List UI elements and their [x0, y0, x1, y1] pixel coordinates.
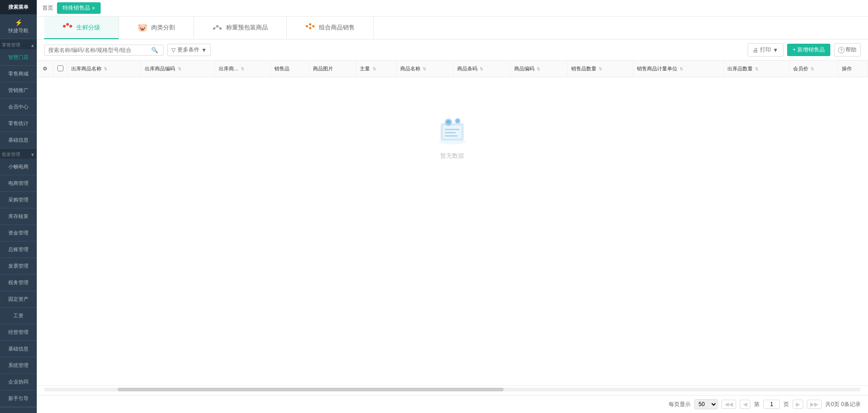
sidebar-item-new-guide[interactable]: 新手引导	[0, 390, 37, 407]
page-number-input[interactable]	[763, 400, 780, 409]
next-page-button[interactable]: ▶	[793, 400, 803, 409]
home-link[interactable]: 首页	[42, 4, 53, 12]
svg-rect-19	[445, 129, 460, 130]
filter-arrow-icon: ▼	[201, 47, 207, 53]
toolbar-left: 🔍 ▽ 更多条件 ▼	[44, 44, 211, 56]
hscroll-thumb[interactable]	[118, 388, 504, 391]
th-outbound-qty: 出库品数量 ⇅	[724, 61, 789, 77]
tab-fresh-grading[interactable]: 生鲜分级	[44, 17, 119, 39]
per-page-select[interactable]: 50 10 20 100	[694, 399, 718, 409]
invoice-label: 发票管理	[8, 263, 28, 270]
sidebar-item-ecom-mgmt[interactable]: 电商管理	[0, 175, 37, 192]
active-tab[interactable]: 特殊销售品 ×	[57, 2, 101, 14]
print-dropdown-icon: ▼	[773, 47, 778, 53]
help-button[interactable]: ? 帮助	[834, 43, 861, 57]
sidebar-item-basic-info[interactable]: 基础信息	[0, 132, 37, 149]
tab-fresh-grading-label: 生鲜分级	[76, 23, 100, 32]
sidebar-item-member[interactable]: 会员中心	[0, 99, 37, 115]
retail-section-label: 零售管理	[2, 42, 20, 48]
ledger-label: 总账管理	[8, 246, 28, 253]
hscroll-track[interactable]	[44, 388, 861, 391]
wages-label: 工资	[13, 312, 23, 319]
close-tab-icon[interactable]: ×	[92, 5, 95, 11]
first-page-button[interactable]: ◀◀	[721, 400, 736, 409]
sort-product-name[interactable]: ⇅	[423, 67, 426, 71]
sidebar-item-enterprise[interactable]: 企业协同	[0, 374, 37, 390]
sidebar-item-basic-info2[interactable]: 基础信息	[0, 341, 37, 357]
sidebar-item-quick-nav[interactable]: ⚡ 快捷导航	[0, 14, 37, 39]
settings-icon[interactable]: ⚙	[43, 66, 47, 71]
sidebar-section-batch[interactable]: 批发管理 ▼	[0, 149, 37, 159]
help-icon: ?	[838, 47, 845, 53]
th-checkbox[interactable]	[53, 61, 67, 77]
sort-sale-qty[interactable]: ⇅	[599, 67, 602, 71]
sidebar-section-retail[interactable]: 零售管理 ▲	[0, 39, 37, 49]
sidebar-item-ledger[interactable]: 总账管理	[0, 241, 37, 258]
th-outbound-spec: 出库商... ⇅	[215, 61, 271, 77]
svg-line-7	[217, 26, 221, 29]
svg-rect-21	[445, 135, 458, 137]
sidebar-item-fixed-assets[interactable]: 固定资产	[0, 291, 37, 308]
fixed-assets-label: 固定资产	[8, 296, 28, 303]
sort-member-price[interactable]: ⇅	[811, 67, 814, 71]
th-settings[interactable]: ⚙	[37, 61, 53, 77]
fresh-grading-icon	[62, 22, 73, 33]
page-label: 第	[754, 401, 760, 408]
empty-state-row: 暂无数据	[37, 77, 868, 197]
th-member-price: 会员价 ⇅	[789, 61, 838, 77]
tab-meat-cutting[interactable]: 🐷 肉类分割	[119, 17, 194, 39]
sidebar-item-mini-ecom[interactable]: 小畅电商	[0, 159, 37, 175]
sidebar-item-smart-store[interactable]: 智慧门店	[0, 49, 37, 66]
filter-icon: ▽	[171, 47, 176, 53]
search-input[interactable]	[48, 47, 149, 53]
empty-illustration	[434, 114, 471, 146]
sidebar-item-retail-stats[interactable]: 零售统计	[0, 115, 37, 132]
active-tab-label: 特殊销售品	[62, 4, 90, 12]
new-sale-item-button[interactable]: + 新增销售品	[787, 44, 830, 56]
th-outbound-name: 出库商品名称 ⇅	[67, 61, 141, 77]
settings-gear-button[interactable]: ⚙	[0, 407, 37, 413]
filter-button[interactable]: ▽ 更多条件 ▼	[167, 44, 211, 56]
search-box[interactable]: 🔍	[44, 45, 164, 56]
empty-text: 暂无数据	[440, 152, 464, 160]
per-page-label: 每页显示	[669, 401, 691, 408]
sidebar-item-operation[interactable]: 经营管理	[0, 324, 37, 341]
sidebar-item-finance[interactable]: 资金管理	[0, 225, 37, 241]
svg-rect-20	[445, 132, 456, 133]
select-all-checkbox[interactable]	[57, 65, 63, 71]
tab-combo-sales[interactable]: 组合商品销售	[287, 17, 374, 39]
last-page-button[interactable]: ▶▶	[807, 400, 822, 409]
toolbar: 🔍 ▽ 更多条件 ▼ 🖨 打印 ▼ + 新增销售品 ?	[37, 40, 868, 61]
th-sale-qty: 销售品数量 ⇅	[567, 61, 633, 77]
svg-point-11	[309, 27, 312, 29]
svg-point-10	[312, 25, 315, 28]
sort-barcode[interactable]: ⇅	[480, 67, 483, 71]
sidebar-item-purchase[interactable]: 采购管理	[0, 192, 37, 208]
enterprise-label: 企业协同	[8, 379, 28, 385]
page-content: 生鲜分级 🐷 肉类分割 称重预包装商品	[37, 17, 868, 413]
sort-product-code[interactable]: ⇅	[537, 67, 540, 71]
inventory-label: 库存核算	[8, 213, 28, 220]
sort-outbound-code[interactable]: ⇅	[178, 67, 182, 71]
sidebar-item-wages[interactable]: 工资	[0, 308, 37, 324]
print-button[interactable]: 🖨 打印 ▼	[748, 43, 783, 57]
sidebar-item-sales-promo[interactable]: 营销推广	[0, 82, 37, 99]
prev-page-button[interactable]: ◀	[740, 400, 750, 409]
sidebar-item-tax[interactable]: 税务管理	[0, 275, 37, 291]
sidebar-item-system[interactable]: 系统管理	[0, 357, 37, 374]
sort-outbound-qty[interactable]: ⇅	[755, 67, 759, 71]
svg-point-8	[306, 25, 308, 28]
sidebar: 搜索菜单 ⚡ 快捷导航 零售管理 ▲ 智慧门店 零售商城 营销推广 会员中心 零…	[0, 0, 37, 413]
sort-outbound-name[interactable]: ⇅	[104, 67, 108, 71]
sidebar-item-retail-mall[interactable]: 零售商城	[0, 66, 37, 82]
sidebar-item-invoice[interactable]: 发票管理	[0, 258, 37, 275]
tab-weigh-pkg[interactable]: 称重预包装商品	[194, 17, 287, 39]
empty-cell: 暂无数据	[37, 77, 868, 197]
sort-weight[interactable]: ⇅	[373, 67, 376, 71]
batch-section-label: 批发管理	[2, 151, 20, 158]
sort-sale-unit[interactable]: ⇅	[680, 67, 683, 71]
svg-point-0	[63, 25, 66, 28]
ecom-mgmt-label: 电商管理	[8, 180, 28, 187]
sidebar-item-inventory[interactable]: 库存核算	[0, 208, 37, 225]
sort-outbound-spec[interactable]: ⇅	[241, 67, 244, 71]
